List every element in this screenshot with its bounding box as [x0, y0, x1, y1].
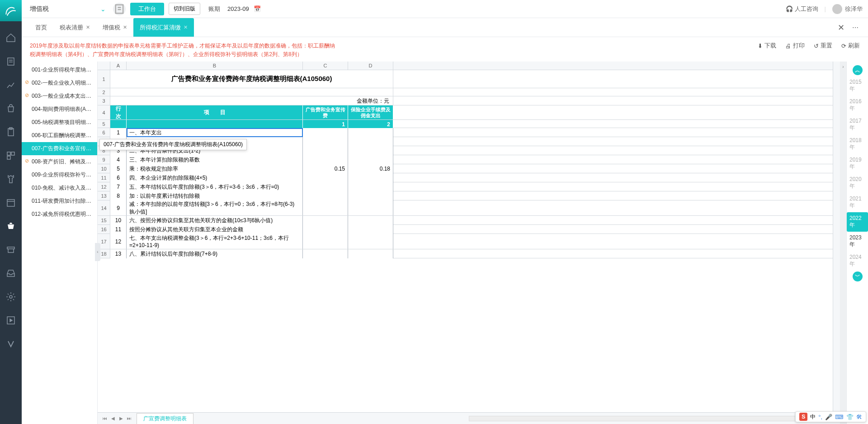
- close-icon[interactable]: ✕: [86, 24, 90, 30]
- select-all-corner[interactable]: [98, 62, 110, 70]
- ime-punct-icon[interactable]: °,: [818, 414, 822, 420]
- ime-skin-icon[interactable]: 👕: [846, 414, 854, 420]
- col-header-a[interactable]: A: [110, 62, 127, 70]
- period-value[interactable]: 2023-09: [227, 5, 249, 12]
- nav-v-icon[interactable]: [5, 338, 16, 349]
- value-cell-c[interactable]: 0.15: [303, 164, 348, 173]
- project-cell[interactable]: 八、累计结转以后年度扣除额(7+8-9): [127, 249, 303, 258]
- value-cell-d[interactable]: [348, 182, 393, 191]
- row-header[interactable]: 1: [98, 70, 110, 88]
- user-menu[interactable]: 徐泽华: [832, 4, 863, 14]
- value-cell-d[interactable]: [348, 128, 393, 137]
- sheet-nav-next-icon[interactable]: ▶: [118, 415, 125, 422]
- nav-shirt-icon[interactable]: [5, 174, 16, 185]
- nav-bag-icon[interactable]: [5, 103, 16, 114]
- year-item[interactable]: 2020年: [847, 173, 868, 193]
- sheet-list-item[interactable]: 009-企业所得税弥补亏损明...: [22, 168, 97, 181]
- row-header[interactable]: 3: [98, 96, 110, 105]
- sheet-list-item[interactable]: 004-期间费用明细表(A1040...: [22, 103, 97, 116]
- close-all-tabs-button[interactable]: ✕: [835, 22, 846, 33]
- col-header-b[interactable]: B: [127, 62, 303, 70]
- tab-vat[interactable]: 增值税✕: [96, 18, 133, 37]
- row-header[interactable]: 6: [98, 128, 110, 137]
- value-cell-d[interactable]: [348, 200, 393, 215]
- value-cell-d[interactable]: [348, 216, 393, 225]
- refresh-button[interactable]: ⟳刷新: [841, 42, 860, 50]
- col-header-d[interactable]: D: [348, 62, 393, 70]
- print-button[interactable]: 🖨打印: [785, 42, 805, 50]
- row-header[interactable]: 10: [98, 164, 110, 173]
- sheet-list-item[interactable]: 010-免税、减计收入及加计...: [22, 181, 97, 195]
- sheet-nav-last-icon[interactable]: ⏭: [126, 415, 133, 422]
- nav-calendar-icon[interactable]: [5, 197, 16, 208]
- project-cell[interactable]: 乘：税收规定扣除率: [127, 164, 303, 173]
- row-header[interactable]: 12: [98, 182, 110, 191]
- value-cell-d[interactable]: [348, 234, 393, 249]
- project-cell[interactable]: 三、本年计算扣除限额的基数: [127, 155, 303, 164]
- tab-home[interactable]: 首页: [29, 18, 53, 37]
- nav-tax-icon[interactable]: [5, 221, 16, 232]
- row-index-cell[interactable]: 8: [110, 191, 127, 200]
- project-cell[interactable]: 七、本年支出纳税调整金额(3＞6，本行=2+3-6+10-11；3≤6，本行=2…: [127, 234, 303, 249]
- nav-inbox-icon[interactable]: [5, 268, 16, 279]
- row-header[interactable]: 11: [98, 173, 110, 182]
- nav-settings-icon[interactable]: [5, 291, 16, 302]
- col-header-c[interactable]: C: [303, 62, 348, 70]
- row-index-cell[interactable]: 13: [110, 249, 127, 258]
- reset-button[interactable]: ↺重置: [814, 42, 832, 50]
- value-cell-d[interactable]: [348, 146, 393, 155]
- value-cell-c[interactable]: [303, 200, 348, 215]
- project-cell[interactable]: 一、本年支出: [127, 128, 303, 137]
- value-cell-c[interactable]: [303, 146, 348, 155]
- support-link[interactable]: 🎧 人工咨询: [786, 5, 818, 13]
- project-cell[interactable]: 四、本企业计算的扣除限额(4×5): [127, 173, 303, 182]
- horizontal-scrollbar[interactable]: [469, 416, 836, 421]
- year-item[interactable]: 2016年: [847, 95, 868, 115]
- sheet-list-item[interactable]: 011-研发费用加计扣除优惠...: [22, 195, 97, 208]
- company-dropdown[interactable]: 增值税 ⌄: [27, 3, 108, 15]
- row-index-cell[interactable]: 9: [110, 200, 127, 215]
- row-index-cell[interactable]: 12: [110, 234, 127, 249]
- year-item[interactable]: 2021年: [847, 193, 868, 212]
- row-header[interactable]: 9: [98, 155, 110, 164]
- year-item[interactable]: 2019年: [847, 154, 868, 173]
- sheet-nav-first-icon[interactable]: ⏮: [101, 415, 108, 422]
- sheet-list-item[interactable]: 008-资产折旧、摊销及纳税...: [22, 155, 97, 168]
- row-index-cell[interactable]: 4: [110, 155, 127, 164]
- grid-body[interactable]: 1 广告费和业务宣传费跨年度纳税调整明细表(A105060) 2 3 金额单位：…: [98, 70, 833, 412]
- value-cell-c[interactable]: [303, 234, 348, 249]
- project-cell[interactable]: 六、按照分摊协议归集至其他关联方的金额(10≤3与6孰小值): [127, 216, 303, 225]
- row-index-cell[interactable]: 1: [110, 128, 127, 137]
- row-index-cell[interactable]: 11: [110, 225, 127, 234]
- value-cell-d[interactable]: [348, 137, 393, 146]
- row-index-cell[interactable]: 10: [110, 216, 127, 225]
- row-index-cell[interactable]: 5: [110, 164, 127, 173]
- ime-toolbar[interactable]: S 中 °, 🎤 ⌨ 👕 🛠: [795, 411, 866, 422]
- nav-clipboard-icon[interactable]: [5, 127, 16, 138]
- sheet-nav-prev-icon[interactable]: ◀: [109, 415, 117, 422]
- year-item[interactable]: 2024年: [847, 251, 868, 271]
- row-header[interactable]: 16: [98, 225, 110, 233]
- row-header[interactable]: 13: [98, 191, 110, 200]
- project-cell[interactable]: 加：以前年度累计结转扣除额: [127, 191, 303, 200]
- note-icon-button[interactable]: [113, 3, 126, 15]
- year-item[interactable]: 2015年: [847, 76, 868, 95]
- value-cell-c[interactable]: [303, 216, 348, 225]
- project-cell[interactable]: 按照分摊协议从其他关联方归集至本企业的金额: [127, 225, 303, 234]
- value-cell-c[interactable]: [303, 128, 348, 137]
- tab-tax-list[interactable]: 税表清册✕: [53, 18, 96, 37]
- nav-chart-icon[interactable]: [5, 80, 16, 91]
- download-button[interactable]: ⬇下载: [758, 42, 776, 50]
- sheet-list-item[interactable]: 006-职工薪酬纳税调整明细...: [22, 129, 97, 142]
- nav-play-icon[interactable]: [5, 315, 16, 326]
- value-cell-d[interactable]: [348, 155, 393, 164]
- value-cell-c[interactable]: [303, 155, 348, 164]
- row-header[interactable]: 15: [98, 216, 110, 224]
- value-cell-d[interactable]: 0.18: [348, 164, 393, 173]
- collapse-handle[interactable]: ‹: [95, 243, 100, 261]
- year-item[interactable]: 2022年: [847, 212, 868, 232]
- row-header[interactable]: 4: [98, 105, 110, 119]
- tab-income-tax[interactable]: 所得税汇算清缴✕: [133, 18, 194, 37]
- sheet-list-item[interactable]: 002-一般企业收入明细表(A...: [22, 76, 97, 90]
- ime-mic-icon[interactable]: 🎤: [825, 414, 832, 420]
